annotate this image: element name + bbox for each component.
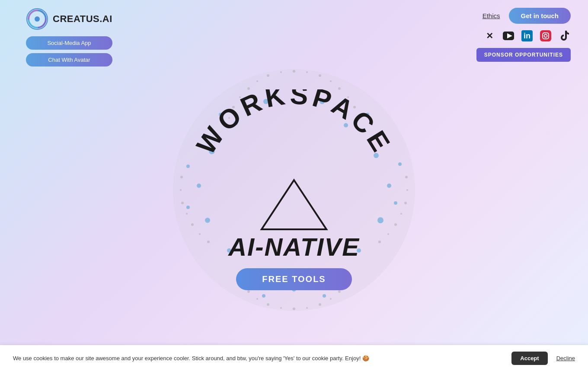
svg-marker-73 [262,180,326,229]
top-right-row: Ethics Get in touch [483,8,571,24]
svg-point-43 [330,298,332,300]
hero: WORKSPACE AI-NATIVE FREE TOOLS [0,35,588,345]
ai-native-text: AI-NATIVE [228,235,360,260]
svg-point-33 [181,202,184,204]
svg-point-10 [306,71,308,73]
svg-point-42 [267,303,269,306]
svg-point-13 [267,74,269,77]
cookie-accept-button[interactable]: Accept [511,352,547,365]
svg-point-26 [404,202,407,204]
svg-point-67 [262,294,265,298]
svg-point-39 [306,307,308,309]
svg-point-15 [256,80,258,82]
svg-point-7 [548,33,549,34]
ethics-link[interactable]: Ethics [483,12,500,19]
tiktok-icon[interactable] [559,30,571,42]
social-media-app-button[interactable]: Social-Media App [26,36,112,50]
logo-text: CREATUS.AI [53,13,112,25]
svg-point-31 [180,176,183,178]
right-header: Ethics Get in touch ✕ in SPONSOR OPPORTU… [476,8,571,62]
svg-point-25 [406,189,408,191]
cookie-decline-button[interactable]: Decline [556,355,575,361]
nav-buttons: Social-Media App Chat With Avatar [26,36,112,67]
svg-point-44 [256,298,258,300]
header: CREATUS.AI Social-Media App Chat With Av… [0,0,588,39]
logo: CREATUS.AI [26,8,112,30]
workspace-arc-text: WORKSPACE [186,89,402,180]
svg-point-11 [280,71,282,73]
svg-point-66 [323,294,326,298]
svg-point-9 [293,70,295,73]
chat-with-avatar-button[interactable]: Chat With Avatar [26,53,112,67]
center-content: WORKSPACE AI-NATIVE FREE TOOLS [186,89,402,290]
svg-point-41 [319,303,321,306]
svg-point-38 [293,308,295,310]
svg-rect-4 [540,30,551,41]
social-icons: ✕ in [483,30,571,42]
instagram-icon[interactable] [540,30,552,42]
svg-point-1 [35,16,40,22]
svg-point-14 [330,80,332,82]
cookie-banner: We use cookies to make our site awesome … [0,345,588,371]
svg-point-12 [319,74,321,77]
x-twitter-icon[interactable]: ✕ [483,30,495,42]
svg-point-24 [405,176,408,178]
sponsor-opportunities-button[interactable]: SPONSOR OPPORTUNITIES [476,48,571,62]
svg-point-46 [247,290,250,293]
svg-point-40 [280,307,282,309]
workspace-circle: WORKSPACE AI-NATIVE FREE TOOLS [160,56,428,324]
svg-point-32 [180,189,182,191]
get-in-touch-button[interactable]: Get in touch [509,8,571,24]
svg-text:WORKSPACE: WORKSPACE [191,89,398,159]
logo-icon [26,8,48,30]
youtube-icon[interactable] [502,30,514,42]
free-tools-button[interactable]: FREE TOOLS [236,268,352,290]
linkedin-icon[interactable]: in [521,30,533,41]
triangle-icon [259,177,329,233]
svg-point-45 [338,290,341,293]
cookie-message: We use cookies to make our site awesome … [13,355,503,361]
